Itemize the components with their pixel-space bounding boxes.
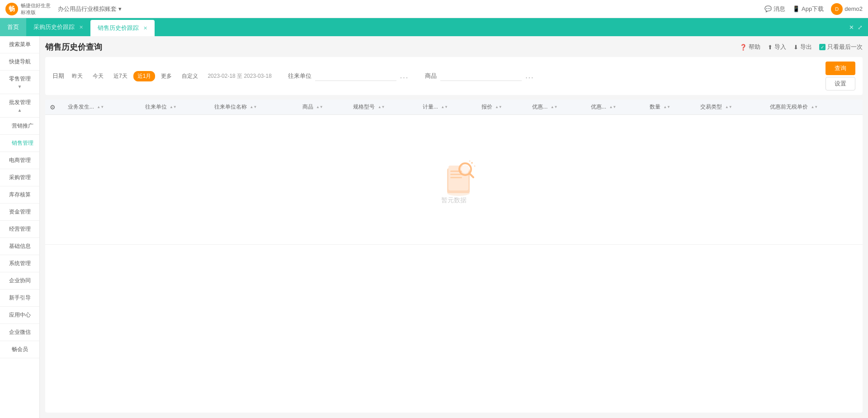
partner-filter-input[interactable] — [315, 71, 396, 81]
chevron-down-icon-retail: ▼ — [18, 84, 22, 89]
date-btn-more[interactable]: 更多 — [157, 71, 176, 81]
table-body: 暂元数据 — [45, 115, 863, 245]
sidebar-item-new-guide[interactable]: 新手引导 — [0, 290, 39, 307]
date-btn-custom[interactable]: 自定义 — [178, 71, 202, 81]
ecommerce-mgmt-label: 电商管理 — [9, 157, 31, 164]
export-icon: ⬇ — [793, 44, 798, 51]
sidebar-item-funds-mgmt[interactable]: 资金管理 — [0, 204, 39, 221]
top-bar: 畅 畅捷信好生意 标准版 办公用品行业模拟账套 ▾ 💬 消息 📱 App下载 D… — [0, 0, 868, 18]
sidebar-item-retail-mgmt[interactable]: 零售管理 ▼ — [0, 71, 39, 94]
query-button[interactable]: 查询 — [826, 62, 855, 75]
sort-arrows-discount1[interactable]: ▲▼ — [551, 105, 558, 109]
app-selector[interactable]: 办公用品行业模拟账套 ▾ — [54, 3, 125, 15]
table-col-partner-name: 往来单位名称 ▲▼ — [210, 100, 297, 115]
avatar: D — [831, 3, 843, 15]
chevron-up-icon-wholesale: ▲ — [18, 108, 22, 113]
date-filter-label: 日期 — [52, 72, 64, 80]
sort-arrows-partner-code[interactable]: ▲▼ — [170, 105, 177, 109]
partner-filter-label: 往来单位 — [288, 72, 311, 80]
sidebar-item-operations-mgmt[interactable]: 经营管理 — [0, 221, 39, 238]
sidebar-item-enterprise-collab[interactable]: 企业协同 — [0, 272, 39, 290]
funds-mgmt-label: 资金管理 — [9, 208, 31, 216]
sidebar-item-search-menu[interactable]: 搜索菜单 — [0, 36, 39, 53]
tab-sales-history-label: 销售历史价跟踪 — [98, 24, 139, 32]
settings-button[interactable]: 设置 — [826, 77, 855, 90]
date-btn-yesterday[interactable]: 昨天 — [68, 71, 87, 81]
empty-illustration — [436, 155, 472, 191]
date-buttons: 昨天 今天 近7天 近1月 更多 自定义 — [68, 71, 202, 81]
maximize-icon[interactable]: ⤢ — [858, 24, 863, 31]
table-col-quote: 报价 ▲▼ — [477, 100, 528, 115]
sort-arrows-spec[interactable]: ▲▼ — [378, 105, 385, 109]
tab-purchase-history-label: 采购历史价跟踪 — [33, 23, 75, 31]
partner-filter-dots[interactable]: ... — [400, 72, 409, 80]
page-actions: ❓ 帮助 ⬆ 导入 ⬇ 导出 ✓ 只看最后一次 — [740, 43, 863, 51]
only-last-checkbox[interactable]: ✓ 只看最后一次 — [819, 43, 863, 51]
marketing-promo-label: 营销推广 — [12, 122, 33, 130]
svg-point-11 — [469, 161, 471, 162]
sidebar-item-purchase-mgmt[interactable]: 采购管理 — [0, 169, 39, 186]
export-button[interactable]: ⬇ 导出 — [793, 43, 812, 51]
user-profile-button[interactable]: D demo2 — [831, 3, 863, 15]
tab-sales-history-close[interactable]: ✕ — [143, 25, 147, 31]
sidebar-item-member[interactable]: 畅会员 — [0, 341, 39, 358]
date-range-display: 2023-02-18 至 2023-03-18 — [208, 72, 271, 80]
product-filter-input[interactable] — [440, 71, 522, 81]
date-btn-last1m[interactable]: 近1月 — [133, 71, 156, 81]
filter-buttons: 查询 设置 — [826, 62, 855, 90]
empty-state: 暂元数据 — [50, 119, 858, 241]
tab-bar: 首页 采购历史价跟踪 ✕ 销售历史价跟踪 ✕ ✕ ⤢ — [0, 18, 868, 36]
tab-sales-history[interactable]: 销售历史价跟踪 ✕ — [90, 20, 155, 36]
app-selector-label: 办公用品行业模拟账套 — [58, 5, 117, 13]
sidebar-item-app-center[interactable]: 应用中心 — [0, 307, 39, 324]
tab-purchase-history-close[interactable]: ✕ — [79, 24, 83, 30]
sidebar-item-quick-nav[interactable]: 快捷导航 — [0, 53, 39, 71]
message-button[interactable]: 💬 消息 — [764, 5, 785, 13]
sort-arrows-product[interactable]: ▲▼ — [316, 105, 323, 109]
sort-arrows-trade-type[interactable]: ▲▼ — [725, 105, 732, 109]
sidebar-item-basic-info[interactable]: 基础信息 — [0, 238, 39, 255]
sort-arrows-quote[interactable]: ▲▼ — [495, 105, 502, 109]
tab-bar-end: ✕ ⤢ — [849, 24, 868, 31]
sidebar-item-marketing-promo[interactable]: 营销推广 — [0, 118, 39, 135]
sort-arrows-pre-tax-price[interactable]: ▲▼ — [811, 105, 818, 109]
partner-filter-group: 往来单位 ... — [288, 71, 409, 81]
table-col-product: 商品 ▲▼ — [298, 100, 349, 115]
member-label: 畅会员 — [12, 346, 28, 353]
sidebar-item-inventory-check[interactable]: 库存核算 — [0, 186, 39, 204]
product-filter-dots[interactable]: ... — [525, 72, 534, 80]
import-button[interactable]: ⬆ 导入 — [768, 43, 786, 51]
page-title: 销售历史价查询 — [45, 42, 102, 52]
sidebar-item-wholesale-mgmt[interactable]: 批发管理 ▲ — [0, 94, 39, 118]
new-guide-label: 新手引导 — [9, 294, 31, 302]
table-settings-icon[interactable]: ⚙ — [50, 104, 56, 111]
app-download-button[interactable]: 📱 App下载 — [793, 5, 824, 13]
top-bar-left: 畅 畅捷信好生意 标准版 办公用品行业模拟账套 ▾ — [5, 2, 125, 15]
sidebar-item-ecommerce-mgmt[interactable]: 电商管理 — [0, 152, 39, 169]
sidebar: 搜索菜单 快捷导航 零售管理 ▼ 批发管理 ▲ 营销推广 销售管理 电商管理 采… — [0, 36, 40, 418]
sidebar-item-sales-mgmt[interactable]: 销售管理 — [0, 135, 39, 152]
product-filter-group: 商品 ... — [425, 71, 534, 81]
sort-arrows-unit[interactable]: ▲▼ — [441, 105, 448, 109]
sort-arrows-biz-date[interactable]: ▲▼ — [97, 105, 104, 109]
tab-purchase-history[interactable]: 采购历史价跟踪 ✕ — [26, 18, 90, 36]
sort-arrows-qty[interactable]: ▲▼ — [663, 105, 670, 109]
close-window-icon[interactable]: ✕ — [849, 24, 854, 31]
app-center-label: 应用中心 — [9, 311, 31, 319]
download-icon: 📱 — [793, 5, 800, 12]
sort-arrows-partner-name[interactable]: ▲▼ — [250, 105, 257, 109]
sidebar-item-enterprise-wechat[interactable]: 企业微信 — [0, 324, 39, 341]
help-button[interactable]: ❓ 帮助 — [740, 43, 760, 51]
retail-mgmt-label: 零售管理 — [9, 75, 31, 83]
table-col-qty: 数量 ▲▼ — [645, 100, 696, 115]
sort-arrows-discount2[interactable]: ▲▼ — [609, 105, 616, 109]
empty-state-cell: 暂元数据 — [45, 115, 863, 245]
search-menu-label: 搜索菜单 — [9, 41, 31, 48]
checkbox-icon: ✓ — [819, 44, 826, 50]
date-btn-last7[interactable]: 近7天 — [109, 71, 132, 81]
tab-home[interactable]: 首页 — [0, 18, 26, 36]
table-col-biz-date: 业务发生... ▲▼ — [63, 100, 141, 115]
date-btn-today[interactable]: 今天 — [89, 71, 108, 81]
purchase-mgmt-label: 采购管理 — [9, 174, 31, 181]
sidebar-item-system-mgmt[interactable]: 系统管理 — [0, 255, 39, 272]
